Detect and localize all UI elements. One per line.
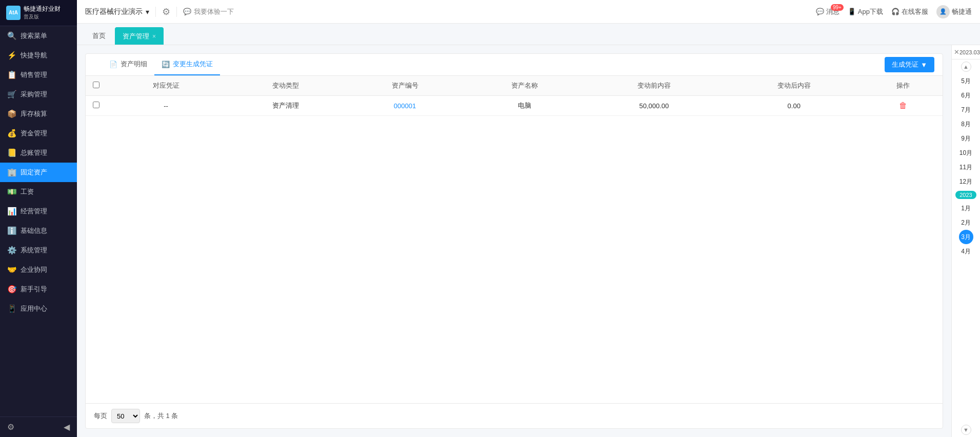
sidebar-item-label: 系统管理 xyxy=(21,246,47,255)
user-label: 畅捷通 xyxy=(952,7,972,16)
sidebar-item-search[interactable]: 🔍 搜索菜单 xyxy=(0,26,77,46)
sidebar-logo: AtA 畅捷通好业财 普及版 xyxy=(0,0,77,26)
tab-asset-management[interactable]: 资产管理 × xyxy=(115,27,164,45)
card-tab-change-voucher-label: 变更生成凭证 xyxy=(173,59,213,69)
topbar: 医疗器械行业演示 ▾ ⚙ 💬 我要体验一下 💬 消息 99+ 📱 App下载 🎧… xyxy=(77,0,980,24)
calendar-month-oct[interactable]: 10月 xyxy=(952,146,980,160)
col-header-after: 变动后内容 xyxy=(724,76,864,96)
tab-close-icon[interactable]: × xyxy=(152,33,156,40)
sidebar-item-ledger[interactable]: 📒 总账管理 xyxy=(0,143,77,163)
sidebar-item-payroll[interactable]: 💵 工资 xyxy=(0,182,77,202)
calendar-down-btn[interactable]: ▼ xyxy=(961,425,971,435)
chevron-down-icon: ▾ xyxy=(146,8,149,16)
calendar-month-mar[interactable]: 3月 xyxy=(959,230,973,244)
row-checkbox[interactable] xyxy=(93,102,99,108)
cell-action: 🗑 xyxy=(864,96,943,116)
topbar-divider xyxy=(155,7,156,17)
calendar-nav-down[interactable]: ▼ xyxy=(952,423,980,437)
operations-icon: 📊 xyxy=(7,207,16,216)
card-tabs-row: 📄 资产明细 🔄 变更生成凭证 生成凭证 ▼ xyxy=(86,54,943,76)
feedback-label: 我要体验一下 xyxy=(194,7,234,16)
col-header-voucher: 对应凭证 xyxy=(106,76,226,96)
tab-asset-management-label: 资产管理 xyxy=(123,32,149,41)
change-voucher-icon: 🔄 xyxy=(162,61,170,68)
logo-title: 畅捷通好业财 xyxy=(24,5,61,13)
message-badge: 99+ xyxy=(831,4,844,11)
sidebar-item-inventory[interactable]: 📦 库存核算 xyxy=(0,104,77,124)
calendar-month-may[interactable]: 5月 xyxy=(952,74,980,88)
main-area: 医疗器械行业演示 ▾ ⚙ 💬 我要体验一下 💬 消息 99+ 📱 App下载 🎧… xyxy=(77,0,980,437)
calendar-year-2023[interactable]: 2023 xyxy=(955,191,976,199)
calendar-month-dec[interactable]: 12月 xyxy=(952,174,980,189)
card-tabs: 📄 资产明细 🔄 变更生成凭证 xyxy=(94,54,885,75)
calendar-month-apr[interactable]: 4月 xyxy=(952,244,980,259)
app-center-icon: 📱 xyxy=(7,304,16,313)
sidebar-item-fixed-assets[interactable]: 🏢 固定资产 xyxy=(0,163,77,182)
logo-subtitle: 普及版 xyxy=(24,13,61,21)
feedback-icon: 💬 xyxy=(183,8,191,15)
finance-icon: 💰 xyxy=(7,129,16,138)
total-label: 条，共 1 条 xyxy=(144,411,178,421)
tab-home[interactable]: 首页 xyxy=(85,27,113,45)
cell-voucher: -- xyxy=(106,96,226,116)
content-area: 📄 资产明细 🔄 变更生成凭证 生成凭证 ▼ xyxy=(77,45,980,437)
calendar-up-btn[interactable]: ▲ xyxy=(961,62,971,72)
sidebar-item-basic-info[interactable]: ℹ️ 基础信息 xyxy=(0,221,77,241)
calendar-nav-up[interactable]: ▲ xyxy=(952,59,980,74)
sidebar-item-enterprise[interactable]: 🤝 企业协同 xyxy=(0,260,77,280)
calendar-month-sep[interactable]: 9月 xyxy=(952,131,980,146)
sidebar-item-quick-nav[interactable]: ⚡ 快捷导航 xyxy=(0,46,77,65)
topbar-divider2 xyxy=(176,7,177,17)
calendar-month-jan[interactable]: 1月 xyxy=(952,201,980,215)
company-name: 医疗器械行业演示 xyxy=(85,7,143,16)
customer-service-icon: 🎧 xyxy=(891,8,899,15)
calendar-close-icon[interactable]: ✕ xyxy=(954,48,959,56)
calendar-month-jul[interactable]: 7月 xyxy=(952,103,980,117)
calendar-month-feb[interactable]: 2月 xyxy=(952,215,980,230)
calendar-month-jun[interactable]: 6月 xyxy=(952,88,980,103)
sidebar-item-guide[interactable]: 🎯 新手引导 xyxy=(0,280,77,299)
user-menu[interactable]: 👤 畅捷通 xyxy=(936,5,972,18)
app-download-btn[interactable]: 📱 App下载 xyxy=(848,7,883,16)
cell-change-type: 资产清理 xyxy=(226,96,345,116)
collapse-icon[interactable]: ◀ xyxy=(64,422,70,432)
sidebar-item-system[interactable]: ⚙️ 系统管理 xyxy=(0,241,77,260)
company-selector[interactable]: 医疗器械行业演示 ▾ xyxy=(85,7,149,16)
settings-bottom-icon[interactable]: ⚙ xyxy=(7,422,14,432)
topbar-right: 💬 消息 99+ 📱 App下载 🎧 在线客服 👤 畅捷通 xyxy=(816,5,972,18)
sidebar-item-sales[interactable]: 📋 销售管理 xyxy=(0,65,77,85)
customer-service-btn[interactable]: 🎧 在线客服 xyxy=(891,7,928,16)
sidebar-item-app-center[interactable]: 📱 应用中心 xyxy=(0,299,77,319)
calendar-header: ✕ 2023.03 ⛶ xyxy=(952,45,980,59)
cell-after-value: 0.00 xyxy=(724,96,864,116)
row-checkbox-cell xyxy=(86,96,106,116)
sidebar-item-operations[interactable]: 📊 经营管理 xyxy=(0,202,77,221)
main-card: 📄 资产明细 🔄 变更生成凭证 生成凭证 ▼ xyxy=(85,53,943,429)
delete-row-btn[interactable]: 🗑 xyxy=(899,101,907,110)
per-page-select[interactable]: 10 20 50 100 xyxy=(111,409,140,423)
sidebar-item-purchase[interactable]: 🛒 采购管理 xyxy=(0,85,77,104)
calendar-month-aug[interactable]: 8月 xyxy=(952,117,980,131)
select-all-checkbox[interactable] xyxy=(93,82,99,88)
card-tab-asset-list[interactable]: 📄 资产明细 xyxy=(102,54,154,75)
calendar-month-nov[interactable]: 11月 xyxy=(952,160,980,174)
fixed-assets-icon: 🏢 xyxy=(7,168,16,177)
sidebar-nav: 🔍 搜索菜单 ⚡ 快捷导航 📋 销售管理 🛒 采购管理 📦 库存核算 💰 资金管… xyxy=(0,26,77,416)
settings-icon[interactable]: ⚙ xyxy=(162,6,170,17)
calendar-year-label: 2023.03 xyxy=(959,49,980,55)
cell-before-value: 50,000.00 xyxy=(584,96,724,116)
sidebar-item-label: 新手引导 xyxy=(21,285,47,294)
calendar-panel: ✕ 2023.03 ⛶ ▲ 5月 6月 7月 8月 9月 10月 11月 12月… xyxy=(951,45,980,437)
per-page-label: 每页 xyxy=(94,411,107,421)
message-btn[interactable]: 💬 消息 99+ xyxy=(816,7,839,16)
sidebar-item-label: 工资 xyxy=(21,187,34,196)
feedback-btn[interactable]: 💬 我要体验一下 xyxy=(183,7,234,16)
generate-voucher-btn[interactable]: 生成凭证 ▼ xyxy=(885,57,934,72)
card-tab-change-voucher[interactable]: 🔄 变更生成凭证 xyxy=(154,54,220,75)
guide-icon: 🎯 xyxy=(7,285,16,294)
sidebar-item-label: 资金管理 xyxy=(21,129,47,138)
sidebar-item-finance[interactable]: 💰 资金管理 xyxy=(0,124,77,143)
cell-asset-code: 000001 xyxy=(345,96,465,116)
sidebar-item-label: 库存核算 xyxy=(21,109,47,118)
search-icon: 🔍 xyxy=(7,31,16,41)
